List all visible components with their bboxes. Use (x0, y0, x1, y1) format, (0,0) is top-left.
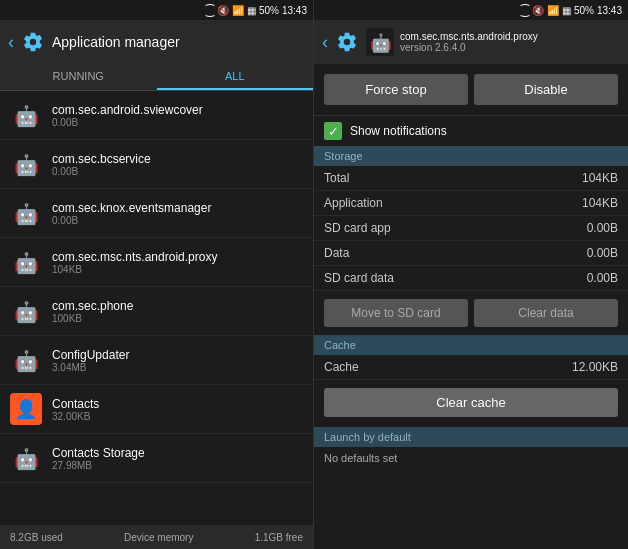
app-name: com.sec.msc.nts.android.proxy (52, 250, 303, 264)
app-name: com.sec.knox.eventsmanager (52, 201, 303, 215)
sdcard-data-value: 0.00B (587, 271, 618, 285)
list-item[interactable]: 🤖 com.sec.msc.nts.android.proxy 104KB (0, 238, 313, 287)
bluetooth-icon-r: ⁐ (521, 5, 529, 16)
app-size: 104KB (52, 264, 303, 275)
total-label: Total (324, 171, 349, 185)
app-info: ConfigUpdater 3.04MB (52, 348, 303, 373)
storage-data-row: Data 0.00B (314, 241, 628, 266)
tab-bar: RUNNING ALL (0, 64, 313, 91)
mute-icon: 🔇 (217, 5, 229, 16)
app-icon-contacts: 👤 (10, 393, 42, 425)
svg-text:🤖: 🤖 (14, 202, 39, 226)
notifications-checkbox[interactable]: ✓ (324, 122, 342, 140)
app-icon-android: 🤖 (10, 442, 42, 474)
cache-value: 12.00KB (572, 360, 618, 374)
battery-icon: 50% (259, 5, 279, 16)
application-value: 104KB (582, 196, 618, 210)
app-info: com.sec.android.sviewcover 0.00B (52, 103, 303, 128)
cache-section-header: Cache (314, 335, 628, 355)
app-icon-android: 🤖 (10, 295, 42, 327)
list-item[interactable]: 🤖 com.sec.phone 100KB (0, 287, 313, 336)
app-info-title-block: com.sec.msc.nts.android.proxy version 2.… (400, 31, 538, 53)
list-item[interactable]: 👤 Contacts 32.00KB (0, 385, 313, 434)
status-icons-right: ⁐ 🔇 📶 ▦ 50% 13:43 (521, 5, 622, 16)
svg-text:🤖: 🤖 (14, 300, 39, 324)
person-icon: 👤 (15, 398, 37, 420)
storage-used: 8.2GB used (10, 532, 63, 543)
app-size: 27.98MB (52, 460, 303, 471)
right-panel: ⁐ 🔇 📶 ▦ 50% 13:43 ‹ 🤖 com.sec.msc.nts.an… (314, 0, 628, 549)
signal-icon-r: ▦ (562, 5, 571, 16)
sdcard-app-value: 0.00B (587, 221, 618, 235)
app-package-name: com.sec.msc.nts.android.proxy (400, 31, 538, 42)
total-value: 104KB (582, 171, 618, 185)
svg-text:🤖: 🤖 (370, 32, 392, 54)
notifications-label: Show notifications (350, 124, 447, 138)
back-button-right[interactable]: ‹ (322, 32, 328, 53)
app-icon-android: 🤖 (10, 344, 42, 376)
back-button[interactable]: ‹ (8, 32, 14, 53)
app-size: 0.00B (52, 215, 303, 226)
app-info: Contacts 32.00KB (52, 397, 303, 422)
svg-text:🤖: 🤖 (14, 104, 39, 128)
left-panel-title: Application manager (52, 34, 180, 50)
app-icon-android: 🤖 (10, 246, 42, 278)
no-defaults-text: No defaults set (314, 447, 628, 469)
data-label: Data (324, 246, 349, 260)
svg-text:🤖: 🤖 (14, 251, 39, 275)
status-bar-left: ⁐ 🔇 📶 ▦ 50% 13:43 (0, 0, 313, 20)
app-size: 0.00B (52, 166, 303, 177)
battery-icon-r: 50% (574, 5, 594, 16)
app-list: 🤖 com.sec.android.sviewcover 0.00B 🤖 com… (0, 91, 313, 525)
app-info: com.sec.phone 100KB (52, 299, 303, 324)
sdcard-data-label: SD card data (324, 271, 394, 285)
disable-button[interactable]: Disable (474, 74, 618, 105)
left-panel: ⁐ 🔇 📶 ▦ 50% 13:43 ‹ Application manager … (0, 0, 314, 549)
storage-section-header: Storage (314, 146, 628, 166)
storage-sddata-row: SD card data 0.00B (314, 266, 628, 291)
checkmark-icon: ✓ (328, 124, 339, 139)
app-icon-android: 🤖 (10, 197, 42, 229)
status-icons-left: ⁐ 🔇 📶 ▦ 50% 13:43 (206, 5, 307, 16)
mute-icon-r: 🔇 (532, 5, 544, 16)
wifi-icon: 📶 (232, 5, 244, 16)
list-item[interactable]: 🤖 com.sec.knox.eventsmanager 0.00B (0, 189, 313, 238)
storage-free: 1.1GB free (255, 532, 303, 543)
app-info: Contacts Storage 27.98MB (52, 446, 303, 471)
data-value: 0.00B (587, 246, 618, 260)
force-stop-button[interactable]: Force stop (324, 74, 468, 105)
clear-data-button[interactable]: Clear data (474, 299, 618, 327)
gear-icon (22, 31, 44, 53)
list-item[interactable]: 🤖 ConfigUpdater 3.04MB (0, 336, 313, 385)
action-buttons: Force stop Disable (314, 64, 628, 115)
clear-cache-button[interactable]: Clear cache (324, 388, 618, 417)
list-item[interactable]: 🤖 Contacts Storage 27.98MB (0, 434, 313, 483)
cache-label: Cache (324, 360, 359, 374)
app-size: 100KB (52, 313, 303, 324)
cache-action-buttons: Clear cache (314, 380, 628, 425)
tab-running[interactable]: RUNNING (0, 64, 157, 90)
app-icon-android: 🤖 (10, 148, 42, 180)
move-to-sd-button[interactable]: Move to SD card (324, 299, 468, 327)
app-version: version 2.6.4.0 (400, 42, 538, 53)
app-icon-android: 🤖 (10, 99, 42, 131)
notifications-row: ✓ Show notifications (314, 115, 628, 146)
gear-icon-right (336, 31, 358, 53)
app-info: com.sec.msc.nts.android.proxy 104KB (52, 250, 303, 275)
storage-sdapp-row: SD card app 0.00B (314, 216, 628, 241)
application-label: Application (324, 196, 383, 210)
svg-text:🤖: 🤖 (14, 349, 39, 373)
tab-all[interactable]: ALL (157, 64, 314, 90)
svg-text:🤖: 🤖 (14, 447, 39, 471)
status-bar-right: ⁐ 🔇 📶 ▦ 50% 13:43 (314, 0, 628, 20)
footer-bar: 8.2GB used Device memory 1.1GB free (0, 525, 313, 549)
bluetooth-icon: ⁐ (206, 5, 214, 16)
launch-section-header: Launch by default (314, 427, 628, 447)
app-size: 0.00B (52, 117, 303, 128)
storage-app-row: Application 104KB (314, 191, 628, 216)
list-item[interactable]: 🤖 com.sec.bcservice 0.00B (0, 140, 313, 189)
cache-row: Cache 12.00KB (314, 355, 628, 380)
svg-text:🤖: 🤖 (14, 153, 39, 177)
left-header: ‹ Application manager (0, 20, 313, 64)
list-item[interactable]: 🤖 com.sec.android.sviewcover 0.00B (0, 91, 313, 140)
